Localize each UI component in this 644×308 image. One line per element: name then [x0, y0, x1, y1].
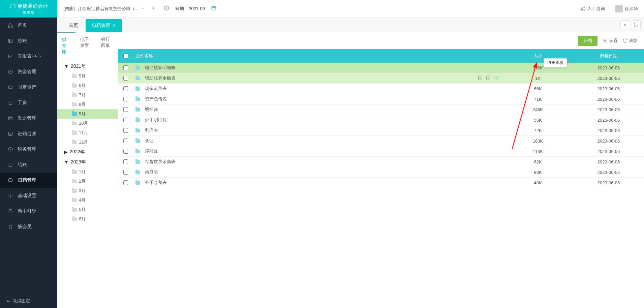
tree-month[interactable]: 11月 — [57, 128, 118, 137]
support-link[interactable]: 人工咨询 — [581, 6, 605, 12]
table-row[interactable]: 序时账113K2023-06-06 — [118, 146, 644, 157]
tree-month[interactable]: 4月 — [57, 195, 118, 205]
nav-item-0[interactable]: 首页 — [0, 18, 57, 33]
tree-tab-einvoice[interactable]: 电子发票 — [75, 32, 97, 59]
tree-month[interactable]: 6月 — [57, 81, 118, 90]
nav-label: 资金管理 — [18, 69, 36, 75]
nav-item-12[interactable]: 新手引导 — [0, 204, 57, 219]
pdf-view-icon[interactable] — [494, 75, 499, 82]
select-all-checkbox[interactable] — [123, 54, 128, 58]
tab-close-button[interactable]: ✕ — [620, 20, 629, 29]
tree-month[interactable]: 12月 — [57, 137, 118, 147]
svg-rect-4 — [9, 117, 12, 120]
row-checkbox[interactable] — [123, 138, 128, 143]
row-checkbox[interactable] — [123, 107, 128, 112]
row-checkbox[interactable] — [123, 86, 128, 91]
tree-month[interactable]: 3月 — [57, 186, 118, 195]
row-checkbox[interactable] — [123, 180, 128, 185]
archive-date: 2023-06-06 — [573, 170, 644, 175]
tree-year[interactable]: ▼2021年 — [57, 61, 118, 71]
table-row[interactable]: 明细账246K2023-06-06 — [118, 104, 644, 115]
nav-item-11[interactable]: 基础设置 — [0, 188, 57, 204]
row-checkbox[interactable] — [123, 97, 128, 101]
col-name-header: 文件名称 — [135, 53, 153, 59]
settings-icon[interactable] — [162, 4, 171, 13]
month-label: 3月 — [79, 188, 86, 194]
row-checkbox[interactable] — [123, 159, 128, 164]
file-size: 72K — [502, 128, 573, 133]
table-row[interactable]: 外币余额表48K2023-06-06 — [118, 178, 644, 188]
nav-label: 固定资产 — [18, 84, 36, 90]
row-checkbox[interactable] — [123, 118, 128, 122]
nav-item-2[interactable]: 云报表中心 — [0, 49, 57, 64]
table-row[interactable]: 资产负债表71K2023-06-06 — [118, 94, 644, 104]
folder-icon — [72, 170, 77, 174]
nav-item-1[interactable]: 总账 — [0, 33, 57, 49]
tree-tab-finance[interactable]: 财务账 — [57, 32, 75, 59]
tree-month[interactable]: 2月 — [57, 177, 118, 186]
nav-item-7[interactable]: 进销台账 — [0, 126, 57, 142]
settings-link[interactable]: 设置 — [602, 38, 618, 44]
tree-month[interactable]: 5月 — [57, 71, 118, 81]
brand-logo: 畅捷通好会计 旗舰版 — [0, 0, 57, 18]
table-row[interactable]: 利润表72K2023-06-06 — [118, 125, 644, 136]
add-icon[interactable] — [150, 4, 158, 13]
row-checkbox[interactable] — [123, 65, 128, 70]
tree-month[interactable]: 9月 — [57, 109, 118, 119]
month-label: 4月 — [79, 197, 86, 203]
file-name: 资产负债表 — [145, 96, 167, 102]
refresh-link[interactable]: 刷新 — [622, 38, 638, 44]
row-checkbox[interactable] — [123, 76, 128, 81]
folder-icon — [135, 171, 140, 174]
tree-tab-bank[interactable]: 银行回单 — [96, 32, 118, 59]
download-excel-icon[interactable] — [478, 75, 483, 82]
table-row[interactable]: 余额表83K2023-06-06 — [118, 167, 644, 178]
nav-item-13[interactable]: 畅会员 — [0, 219, 57, 235]
row-checkbox[interactable] — [123, 170, 128, 175]
tree-month[interactable]: 10月 — [57, 119, 118, 128]
nav-icon — [7, 115, 13, 121]
row-checkbox[interactable] — [123, 128, 128, 133]
table-row[interactable]: 凭证163K2023-06-06 — [118, 136, 644, 146]
svg-point-11 — [10, 211, 11, 212]
nav-icon — [7, 177, 13, 183]
folder-icon — [72, 122, 77, 125]
tree-month[interactable]: 1月 — [57, 167, 118, 177]
nav-item-4[interactable]: 固定资产 — [0, 80, 57, 95]
row-checkbox[interactable] — [123, 149, 128, 154]
tree-month[interactable]: 7月 — [57, 90, 118, 100]
nav-item-6[interactable]: 发票管理 — [0, 111, 57, 126]
tab-close-icon[interactable]: ✕ — [113, 23, 116, 28]
nav-item-8[interactable]: 税务管理 — [0, 142, 57, 157]
tree-year[interactable]: ▼2023年 — [57, 157, 118, 167]
archive-date: 2023-06-06 — [573, 128, 644, 133]
table-row[interactable]: 存货数量余额表62K2023-06-06 — [118, 157, 644, 167]
download-pdf-icon[interactable] — [486, 75, 491, 82]
nav-label: 税务管理 — [18, 146, 36, 152]
tab-archive[interactable]: 归档管理 ✕ — [86, 19, 122, 32]
tree-year[interactable]: ▶2022年 — [57, 147, 118, 157]
nav-item-10[interactable]: 归档管理 — [0, 173, 57, 188]
file-name: 明细账 — [145, 106, 158, 113]
sidebar-unpin[interactable]: ⇤ 取消固定 — [0, 294, 57, 308]
company-selector[interactable]: (勿删）江西服宝精品有限责任公司（... ﹀ — [63, 6, 145, 12]
calendar-icon[interactable] — [210, 4, 218, 13]
period-value[interactable]: 2021-09 — [189, 6, 205, 11]
fullscreen-icon[interactable] — [632, 20, 641, 29]
archive-date: 2023-06-06 — [573, 65, 644, 70]
nav-item-3[interactable]: 资金管理 — [0, 64, 57, 80]
table-row[interactable]: 外币明细账55K2023-06-06 — [118, 115, 644, 125]
tree-month[interactable]: 6月 — [57, 214, 118, 224]
folder-icon — [135, 139, 140, 143]
nav-item-5[interactable]: 工资 — [0, 95, 57, 111]
user-menu[interactable]: 徐泽华 — [615, 5, 638, 12]
tree-month[interactable]: 8月 — [57, 100, 118, 109]
nav-item-9[interactable]: 结账 — [0, 157, 57, 173]
table-row[interactable]: 现金流量表66K2023-06-06 — [118, 84, 644, 94]
nav-label: 总账 — [18, 38, 27, 44]
archive-date: 2023-06-06 — [573, 149, 644, 154]
archive-button[interactable]: 归档 — [578, 36, 597, 46]
tab-home[interactable]: 首页 — [63, 19, 84, 32]
table-row[interactable]: 辅助核算余额表1K2023-06-06 — [118, 73, 644, 84]
tree-month[interactable]: 5月 — [57, 205, 118, 214]
